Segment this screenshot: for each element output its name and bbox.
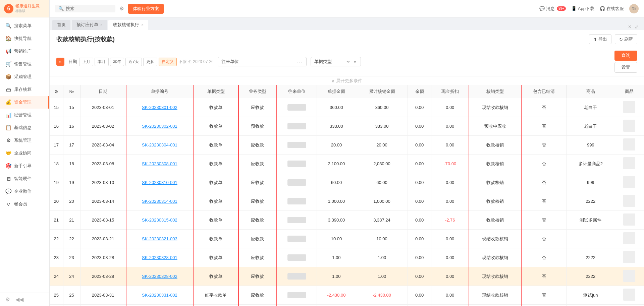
sidebar-collapse-icon[interactable]: ◀◀ [15,296,23,303]
cell-counterparty-1: **** [277,117,317,136]
tab-prepay[interactable]: 预订应付单 × [72,20,107,30]
sidebar-item-marketing[interactable]: 📢 营销推广 [0,45,49,58]
sidebar-item-quick-nav[interactable]: 🏠 快捷导航 [0,32,49,45]
date-this-month[interactable]: 本月 [95,58,109,66]
cell-verified-8: 1.00 [356,248,408,267]
topbar-gear-icon[interactable]: ⚙ [119,5,124,12]
sidebar-item-operation[interactable]: 📊 经营管理 [0,109,49,121]
bill-no-link-6[interactable]: SK-20230315-002 [142,218,177,223]
main-area: 🔍 ⚙ 体验行业方案 💬 消息 99+ 📱 App下载 🎧 在线客服 Rit [50,0,644,306]
tab-prepay-close[interactable]: × [100,23,102,27]
refresh-btn[interactable]: ↻ 刷新 [615,34,637,44]
app-download-btn[interactable]: 📱 App下载 [571,6,594,12]
sidebar-item-basic[interactable]: 📋 基础信息 [0,121,49,134]
tab-home[interactable]: 首页 [52,20,70,30]
query-btn[interactable]: 查询 [614,51,637,61]
bill-no-link-4[interactable]: SK-20230310-001 [142,180,177,185]
cell-biztype-8: 应收款 [238,248,277,267]
cell-goods-thumb-1 [615,117,644,136]
sidebar-item-finance[interactable]: 💰 资金管理 [0,96,49,109]
bill-type-select[interactable] [335,59,351,65]
counterparty-input[interactable] [241,59,297,64]
sidebar-item-guide[interactable]: 🎯 新手引导 [0,160,49,172]
th-date: 日期 [80,85,126,98]
bill-no-link-9[interactable]: SK-20230328-002 [142,274,177,279]
date-custom[interactable]: 自定义 [159,58,177,66]
sidebar-item-inventory[interactable]: 🗃 库存核算 [0,83,49,96]
filter-settings-btn[interactable]: 设置 [614,62,637,73]
cell-goods-thumb-11 [615,305,644,306]
cell-billno-7: SK-20230321-003 [126,230,194,248]
bill-no-link-8[interactable]: SK-20230328-001 [142,255,177,260]
online-service-btn[interactable]: 🎧 在线客服 [600,6,624,12]
cell-amount-2: 20.00 [317,136,356,155]
cell-date-4: 2023-03-10 [80,173,126,192]
date-more[interactable]: 更多 [143,58,157,66]
cell-biztype-1: 预收款 [238,117,277,136]
cell-verified-9: 1.00 [356,267,408,286]
th-include-settled: 包含已结清 [521,85,566,98]
industry-solution-btn[interactable]: 体验行业方案 [128,4,164,14]
cell-biztype-4: 应收款 [238,173,277,192]
bill-no-link-1[interactable]: SK-20230302-002 [142,124,177,129]
sidebar-item-wechat[interactable]: 💬 企业微信 [0,185,49,198]
cell-settled-7: 否 [521,230,566,248]
cell-settled-9: 否 [521,267,566,286]
filter-toggle-btn[interactable]: » [56,58,64,66]
sidebar-settings-icon[interactable]: ⚙ [5,296,10,303]
user-avatar[interactable]: Rit [629,4,639,13]
cell-settled-4: 否 [521,173,566,192]
bill-no-link-0[interactable]: SK-20230301-002 [142,105,177,110]
search-input[interactable] [66,6,112,11]
purchase-label: 采购管理 [14,74,32,80]
cell-verified-10: -2,430.00 [356,286,408,305]
counterparty-dots[interactable]: ··· [297,59,303,64]
th-settings[interactable]: ⚙ [50,85,63,98]
online-service-label: 在线客服 [606,6,624,12]
cell-goods-1: 老白干 [566,117,615,136]
messages-btn[interactable]: 💬 消息 99+ [539,6,566,12]
cell-billno-10: SK-20230331-002 [126,286,194,305]
sidebar-item-purchase[interactable]: 📦 采购管理 [0,70,49,83]
cell-goods-4: 999 [566,173,615,192]
date-last-month[interactable]: 上月 [79,58,93,66]
cell-discount-11: 0.00 [431,305,469,306]
bill-no-link-2[interactable]: SK-20230304-001 [142,142,177,147]
sidebar-item-hardware[interactable]: 🖥 智能硬件 [0,172,49,185]
cell-goods-2: 999 [566,136,615,155]
cell-goods-3: 多计量商品2 [566,155,615,173]
bill-no-link-3[interactable]: SK-20230308-001 [142,161,177,166]
cell-billtype-1: 收款单 [193,117,238,136]
bill-no-link-7[interactable]: SK-20230321-003 [142,236,177,241]
cell-goods-thumb-4 [615,173,644,192]
bill-no-link-5[interactable]: SK-20230314-001 [142,199,177,204]
maximize-icon[interactable]: ⤢ [635,24,639,29]
table-row: 18 18 2023-03-08 SK-20230308-001 收款单 应收款… [50,155,644,173]
export-btn[interactable]: ⬆ 导出 [589,34,611,44]
expand-more-bar[interactable]: ∨ 展开更多条件 [50,76,644,85]
sidebar-item-sales[interactable]: 🛒 销售管理 [0,58,49,70]
cell-no-11: 26 [50,305,63,306]
cell-seq-1: 16 [63,117,80,136]
tab-collection-close[interactable]: × [141,23,143,27]
th-balance: 余额 [408,85,431,98]
cell-counterparty-6: **** [277,211,317,230]
date-this-year[interactable]: 本年 [110,58,124,66]
th-amount: 单据金额 [317,85,356,98]
bill-no-link-10[interactable]: SK-20230331-002 [142,293,177,298]
sidebar-item-search-menu[interactable]: 🔍 搜索菜单 [0,19,49,32]
sidebar-item-corp[interactable]: 🤝 企业协同 [0,147,49,160]
tab-collection[interactable]: 收款核销执行 × [108,20,148,30]
cell-goods-9: 2222 [566,267,615,286]
close-window-icon[interactable]: × [628,24,631,30]
date-7-days[interactable]: 近7天 [125,58,142,66]
chevron-down-icon: ▼ [353,59,357,64]
cell-balance-4: 0.00 [408,173,431,192]
th-no: № [63,85,80,98]
tabs-bar: 首页 预订应付单 × 收款核销执行 × × ⤢ [50,17,644,30]
cell-billno-4: SK-20230310-001 [126,173,194,192]
sidebar-item-system[interactable]: ⚙ 系统管理 [0,134,49,147]
quick-nav-icon: 🏠 [5,36,11,42]
sidebar-item-member[interactable]: V 畅会员 [0,198,49,210]
table-header-row: ⚙ № 日期 单据编号 单据类型 业务类型 往来单位 单据金额 累计核销金额 余… [50,85,644,98]
